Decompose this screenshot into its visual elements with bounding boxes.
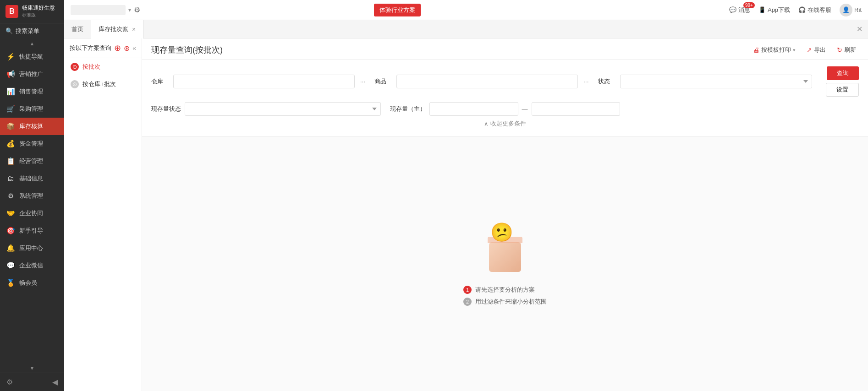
online-service-label: 在线客服	[808, 6, 831, 14]
sidebar-label-system: 系统管理	[19, 192, 43, 200]
tab-batch-inventory[interactable]: 库存批次账 ×	[91, 20, 143, 38]
sidebar-label-purchase: 采购管理	[19, 105, 43, 113]
product-dots[interactable]: ···	[583, 78, 589, 85]
sidebar-label-enterprise: 企业协同	[19, 209, 43, 217]
status-select[interactable]	[620, 75, 812, 88]
tab-home[interactable]: 首页	[64, 20, 91, 38]
refresh-btn[interactable]: ↻ 刷新	[834, 44, 859, 56]
tab-home-label: 首页	[71, 25, 83, 33]
sidebar-item-member[interactable]: 🏅 畅会员	[0, 274, 64, 292]
export-btn[interactable]: ↗ 导出	[804, 44, 829, 56]
warehouse-dots[interactable]: ···	[360, 78, 366, 85]
online-service-action[interactable]: 🎧 在线客服	[798, 6, 831, 14]
collapse-label: 收起更多条件	[490, 119, 526, 128]
query-button[interactable]: 查询	[827, 66, 859, 80]
inventory-status-label: 现存量状态	[151, 105, 181, 113]
status-label: 状态	[598, 77, 616, 86]
phone-icon: 📱	[758, 6, 766, 13]
sidebar-label-quick-nav: 快捷导航	[19, 53, 43, 61]
app-version: 标准版	[22, 12, 55, 18]
sidebar-label-wechat: 企业微信	[19, 261, 43, 270]
user-profile[interactable]: 👤 Rit	[840, 4, 862, 16]
sidebar-item-wechat[interactable]: 💬 企业微信	[0, 257, 64, 274]
product-input[interactable]	[396, 75, 578, 88]
sidebar-footer: ⚙ ◀	[0, 373, 64, 391]
sidebar-item-marketing[interactable]: 📢 营销推广	[0, 65, 64, 83]
search-menu-item[interactable]: 🔍 搜索菜单	[0, 23, 64, 39]
sidebar-item-newbie[interactable]: 🎯 新手引导	[0, 222, 64, 239]
left-panel-collapse-icon[interactable]: «	[132, 44, 136, 52]
trial-btn[interactable]: 体验行业方案	[374, 4, 421, 16]
sidebar-item-system[interactable]: ⚙ 系统管理	[0, 187, 64, 205]
sidebar-label-marketing: 营销推广	[19, 70, 43, 78]
sidebar: B 畅康通好生意 标准版 🔍 搜索菜单 ▲ ⚡ 快捷导航 📢 营销推广 📊 销售…	[0, 0, 64, 391]
app-download-label: App下载	[768, 6, 790, 14]
topbar-gear-icon[interactable]: ⚙	[134, 5, 140, 14]
quantity-min-input[interactable]	[429, 102, 518, 116]
search-icon: 🔍	[5, 27, 13, 34]
sidebar-label-member: 畅会员	[19, 279, 37, 287]
sidebar-item-purchase[interactable]: 🛒 采购管理	[0, 100, 64, 118]
quantity-max-input[interactable]	[532, 102, 620, 116]
topbar-dropdown-icon[interactable]: ▾	[128, 7, 131, 13]
finance-icon: 💰	[6, 140, 15, 148]
settings-footer-icon[interactable]: ⚙	[6, 378, 13, 386]
sidebar-item-basics[interactable]: 🗂 基础信息	[0, 170, 64, 187]
quantity-filter: 现存量（主） —	[390, 102, 620, 116]
warehouse-input[interactable]	[173, 75, 355, 88]
sidebar-scroll-down[interactable]: ▼	[0, 364, 64, 373]
empty-state: 😕 1 请先选择要分析的方案 2 用过滤条件来缩小分析范围	[142, 136, 868, 391]
warehouse-batch-icon: ⊙	[71, 80, 79, 88]
batch-icon: ⊙	[71, 63, 79, 71]
hint-item-2: 2 用过滤条件来缩小分析范围	[463, 298, 547, 306]
left-panel-add-icon[interactable]: ⊕	[114, 43, 121, 53]
tabs-close-all[interactable]: ✕	[851, 25, 868, 33]
app-info: 畅康通好生意 标准版	[22, 5, 55, 18]
sidebar-item-enterprise[interactable]: 🤝 企业协同	[0, 205, 64, 222]
sidebar-item-finance[interactable]: 💰 资金管理	[0, 135, 64, 152]
right-panel: 现存量查询(按批次) 🖨 按模板打印 ▾ ↗ 导出 ↻ 刷新	[142, 38, 868, 391]
print-btn[interactable]: 🖨 按模板打印 ▾	[750, 44, 798, 56]
system-icon: ⚙	[6, 192, 15, 200]
warehouse-batch-label: 按仓库+批次	[82, 80, 116, 88]
filter-row-2: 现存量状态 现存量（主） —	[151, 102, 859, 116]
message-icon: 💬	[729, 6, 736, 13]
content-area: 按以下方案查询 ⊕ ⊛ « ⊙ 按批次 ⊙ 按仓库+批次 现存量查询(按批次)	[64, 38, 868, 391]
sidebar-item-appstore[interactable]: 🔔 应用中心	[0, 239, 64, 257]
print-label: 按模板打印	[761, 46, 791, 54]
topbar-search-input[interactable]	[71, 5, 126, 15]
messages-action[interactable]: 💬 消息 99+	[729, 6, 750, 14]
sidebar-item-sales[interactable]: 📊 销售管理	[0, 83, 64, 100]
app-download-action[interactable]: 📱 App下载	[758, 6, 790, 14]
hint-1-number: 1	[463, 286, 472, 294]
collapse-sidebar-icon[interactable]: ◀	[52, 378, 58, 386]
left-panel-item-batch[interactable]: ⊙ 按批次	[64, 58, 142, 76]
sidebar-nav: ⚡ 快捷导航 📢 营销推广 📊 销售管理 🛒 采购管理 📦 库存核算 💰 资金管…	[0, 48, 64, 364]
tabs-bar: 首页 库存批次账 × ✕	[64, 20, 868, 38]
product-label: 商品	[374, 77, 393, 86]
print-dropdown-icon: ▾	[793, 47, 796, 53]
left-panel: 按以下方案查询 ⊕ ⊛ « ⊙ 按批次 ⊙ 按仓库+批次	[64, 38, 142, 391]
batch-label: 按批次	[82, 63, 100, 71]
main-area: ▾ ⚙ 体验行业方案 💬 消息 99+ 📱 App下载 🎧 在线客服 👤	[64, 0, 868, 391]
messages-badge: 99+	[743, 2, 755, 8]
sidebar-item-quick-nav[interactable]: ⚡ 快捷导航	[0, 48, 64, 65]
page-header-actions: 🖨 按模板打印 ▾ ↗ 导出 ↻ 刷新	[750, 44, 859, 56]
filter-row-1: 仓库 ··· 商品 ··· 状态	[151, 66, 859, 97]
quantity-dash: —	[522, 106, 528, 113]
inventory-status-select[interactable]	[185, 102, 381, 116]
sidebar-item-inventory[interactable]: 📦 库存核算	[0, 118, 64, 135]
sidebar-scroll-up[interactable]: ▲	[0, 39, 64, 48]
collapse-filter-btn[interactable]: ∧ 收起更多条件	[151, 116, 859, 130]
refresh-label: 刷新	[844, 46, 856, 54]
search-menu-label: 搜索菜单	[16, 27, 39, 35]
hint-2-text: 用过滤条件来缩小分析范围	[475, 298, 547, 306]
sidebar-header: B 畅康通好生意 标准版	[0, 0, 64, 23]
left-panel-item-warehouse-batch[interactable]: ⊙ 按仓库+批次	[64, 76, 142, 93]
avatar-icon: 👤	[842, 6, 850, 13]
tab-close-icon[interactable]: ×	[132, 26, 136, 33]
set-button[interactable]: 设置	[826, 83, 859, 97]
sidebar-item-operations[interactable]: 📋 经营管理	[0, 152, 64, 170]
left-panel-settings-icon[interactable]: ⊛	[124, 44, 130, 53]
print-icon: 🖨	[753, 46, 759, 54]
